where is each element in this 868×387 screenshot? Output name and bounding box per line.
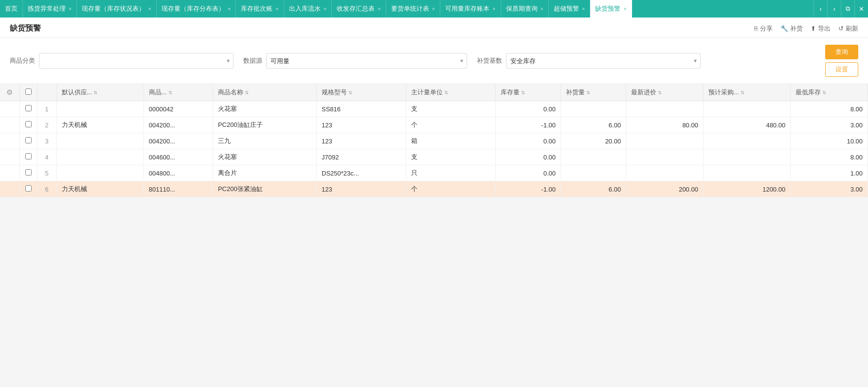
replenish-base-select-wrap: 安全库存 ▾: [506, 53, 701, 69]
nav-tab-close-2[interactable]: ×: [148, 6, 151, 12]
nav-tab-close-9[interactable]: ×: [541, 6, 543, 12]
col-header-unit[interactable]: 主计量单位⇅: [406, 84, 495, 101]
row-settings-1: [0, 117, 19, 133]
row-select-4[interactable]: [25, 169, 32, 176]
row-latest-price-2: [626, 133, 704, 149]
table-row: 3 004200... 三九 123 箱 0.00 20.00 10.00: [0, 133, 868, 149]
row-code-0: 0000042: [144, 101, 213, 117]
category-label: 商品分类: [10, 56, 35, 65]
nav-tab-close-4[interactable]: ×: [275, 6, 278, 12]
row-checkbox-5[interactable]: [19, 181, 37, 197]
row-checkbox-2[interactable]: [19, 133, 37, 149]
row-replenish-1: 6.00: [561, 117, 626, 133]
row-code-3: 004600...: [144, 149, 213, 165]
col-header-settings[interactable]: ⚙: [0, 84, 19, 101]
row-checkbox-0[interactable]: [19, 101, 37, 117]
nav-tab-close-6[interactable]: ×: [378, 6, 380, 12]
row-stock-2: 0.00: [495, 133, 561, 149]
nav-tab-3[interactable]: 现存量（库存分布表）×: [157, 0, 236, 18]
col-header-code[interactable]: 商品...⇅: [144, 84, 213, 101]
row-replenish-2: 20.00: [561, 133, 626, 149]
row-unit-3: 支: [406, 149, 495, 165]
row-select-0[interactable]: [25, 105, 32, 111]
top-nav: 首页拣货异常处理×现存量（库存状况表）×现存量（库存分布表）×库存批次账×出入库…: [0, 0, 868, 18]
col-header-min-stock[interactable]: 最低库存⇅: [791, 84, 868, 101]
share-button[interactable]: ⎘ 分享: [754, 24, 773, 33]
col-header-replenish[interactable]: 补货量⇅: [561, 84, 626, 101]
nav-tab-9[interactable]: 保质期查询×: [501, 0, 549, 18]
row-select-3[interactable]: [25, 153, 32, 159]
row-spec-4: DS250*23c...: [317, 165, 406, 181]
nav-tab-11[interactable]: 缺货预警×: [590, 0, 632, 18]
replenish-base-select[interactable]: 安全库存: [506, 53, 701, 69]
table-wrap: ⚙ 默认供应...⇅ 商品...⇅ 商品名称⇅: [0, 84, 868, 197]
sort-icon-stock: ⇅: [521, 90, 525, 95]
row-settings-4: [0, 165, 19, 181]
nav-tab-4[interactable]: 库存批次账×: [236, 0, 284, 18]
row-select-2[interactable]: [25, 137, 32, 143]
row-stock-1: -1.00: [495, 117, 561, 133]
sort-icon-replenish: ⇅: [586, 90, 590, 95]
nav-arrow-left[interactable]: ‹: [814, 0, 827, 18]
datasource-select[interactable]: 可用量: [266, 53, 467, 69]
nav-close-btn[interactable]: ✕: [854, 0, 868, 18]
row-min-stock-1: 3.00: [791, 117, 868, 133]
row-checkbox-1[interactable]: [19, 117, 37, 133]
replenish-button[interactable]: 🔧 补货: [780, 24, 803, 33]
nav-tab-0[interactable]: 首页: [0, 0, 23, 18]
row-name-2: 三九: [213, 133, 316, 149]
filter-replenish-base: 补货基数 安全库存 ▾: [477, 53, 701, 69]
row-latest-price-1: 80.00: [626, 117, 704, 133]
col-header-spec[interactable]: 规格型号⇅: [317, 84, 406, 101]
row-name-3: 火花塞: [213, 149, 316, 165]
row-checkbox-3[interactable]: [19, 149, 37, 165]
nav-tab-close-7[interactable]: ×: [432, 6, 435, 12]
row-select-1[interactable]: [25, 121, 32, 127]
nav-tab-1[interactable]: 拣货异常处理×: [23, 0, 77, 18]
table-row: 4 004600... 火花塞 J7092 支 0.00 8.00: [0, 149, 868, 165]
row-select-5[interactable]: [25, 185, 32, 192]
refresh-button[interactable]: ↺ 刷新: [838, 24, 858, 33]
select-all-checkbox[interactable]: [25, 88, 32, 95]
row-supplier-2: [56, 133, 144, 149]
col-header-latest-price[interactable]: 最新进价⇅: [626, 84, 704, 101]
row-unit-2: 箱: [406, 133, 495, 149]
nav-tab-7[interactable]: 要货单统计表×: [386, 0, 440, 18]
nav-restore-btn[interactable]: ⧉: [841, 0, 854, 18]
col-header-forecast[interactable]: 预计采购...⇅: [703, 84, 790, 101]
row-settings-2: [0, 133, 19, 149]
nav-tab-close-11[interactable]: ×: [623, 6, 626, 12]
nav-tab-2[interactable]: 现存量（库存状况表）×: [77, 0, 156, 18]
row-latest-price-3: [626, 149, 704, 165]
category-select[interactable]: [39, 53, 234, 69]
nav-tab-close-5[interactable]: ×: [324, 6, 326, 12]
row-index-1: 2: [37, 117, 56, 133]
query-button[interactable]: 查询: [825, 45, 858, 59]
row-unit-1: 个: [406, 117, 495, 133]
row-spec-0: SS816: [317, 101, 406, 117]
export-button[interactable]: ⬆ 导出: [811, 24, 831, 33]
nav-arrow-right[interactable]: ›: [827, 0, 841, 18]
col-header-name[interactable]: 商品名称⇅: [213, 84, 316, 101]
row-forecast-5: 1200.00: [703, 181, 790, 197]
row-replenish-0: [561, 101, 626, 117]
col-header-stock[interactable]: 库存量⇅: [495, 84, 561, 101]
row-index-0: 1: [37, 101, 56, 117]
row-settings-3: [0, 149, 19, 165]
data-table: ⚙ 默认供应...⇅ 商品...⇅ 商品名称⇅: [0, 84, 868, 197]
nav-controls: ‹ › ⧉ ✕: [814, 0, 868, 18]
nav-tab-close-10[interactable]: ×: [582, 6, 585, 12]
settings-gear-icon[interactable]: ⚙: [6, 88, 13, 96]
nav-tab-close-3[interactable]: ×: [228, 6, 231, 12]
nav-tab-close-8[interactable]: ×: [492, 6, 495, 12]
row-checkbox-4[interactable]: [19, 165, 37, 181]
sort-icon-spec: ⇅: [348, 90, 352, 95]
nav-tab-8[interactable]: 可用量库存账本×: [440, 0, 501, 18]
setting-button[interactable]: 设置: [825, 62, 858, 77]
nav-tab-close-1[interactable]: ×: [69, 6, 72, 12]
col-header-supplier[interactable]: 默认供应...⇅: [56, 84, 144, 101]
datasource-select-wrap: 可用量 ▾: [266, 53, 467, 69]
nav-tab-5[interactable]: 出入库流水×: [284, 0, 332, 18]
nav-tab-10[interactable]: 超储预警×: [549, 0, 590, 18]
nav-tab-6[interactable]: 收发存汇总表×: [332, 0, 386, 18]
